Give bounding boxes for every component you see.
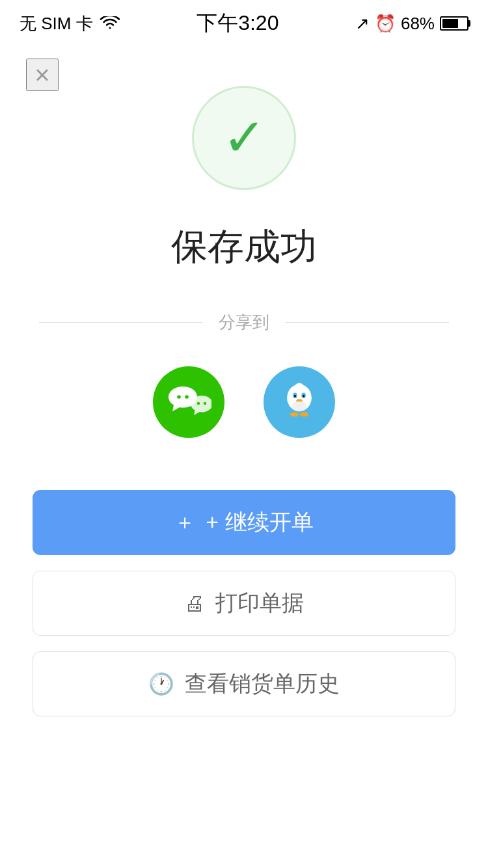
status-bar: 无 SIM 卡 下午3:20 ↗ ⏰ 68%	[0, 0, 488, 47]
svg-point-4	[204, 402, 206, 405]
svg-point-8	[294, 395, 296, 398]
continue-button[interactable]: ＋ + 继续开单	[33, 490, 455, 555]
wechat-icon	[166, 383, 211, 422]
qq-share-button[interactable]	[264, 366, 335, 438]
svg-point-3	[197, 402, 200, 405]
svg-point-13	[300, 413, 308, 417]
print-button[interactable]: 🖨 打印单据	[33, 571, 455, 636]
no-sim-text: 无 SIM 卡	[20, 12, 93, 35]
close-x-icon: ×	[34, 62, 49, 88]
divider-line-left	[39, 322, 203, 323]
print-label: 打印单据	[215, 588, 304, 618]
status-time: 下午3:20	[197, 9, 278, 38]
history-button[interactable]: 🕐 查看销货单历史	[33, 651, 455, 716]
wechat-share-button[interactable]	[153, 366, 224, 438]
success-title: 保存成功	[171, 223, 317, 272]
close-button[interactable]: ×	[26, 59, 59, 91]
share-divider-text: 分享到	[203, 311, 285, 334]
qq-icon	[281, 381, 318, 424]
action-buttons: ＋ + 继续开单 🖨 打印单据 🕐 查看销货单历史	[0, 490, 488, 716]
divider-line-right	[285, 322, 449, 323]
main-content: ✓ 保存成功 分享到	[0, 47, 488, 716]
checkmark-icon: ✓	[223, 112, 266, 164]
print-icon: 🖨	[184, 591, 205, 616]
share-divider: 分享到	[0, 311, 488, 334]
svg-point-11	[292, 401, 307, 411]
battery-pct: 68%	[401, 14, 435, 34]
wifi-icon	[100, 16, 120, 31]
history-label: 查看销货单历史	[185, 669, 340, 699]
success-circle: ✓	[192, 86, 296, 190]
svg-point-12	[290, 413, 299, 417]
status-right: ↗ ⏰ 68%	[355, 14, 468, 34]
svg-point-2	[185, 395, 189, 399]
share-row	[153, 366, 335, 438]
plus-icon: ＋	[174, 508, 195, 537]
svg-point-9	[303, 395, 305, 398]
continue-label: + 继续开单	[206, 508, 313, 537]
location-icon: ↗	[355, 14, 370, 34]
alarm-icon: ⏰	[375, 14, 396, 34]
battery-icon	[440, 16, 468, 31]
svg-point-14	[295, 383, 303, 389]
status-left: 无 SIM 卡	[20, 12, 120, 35]
clock-icon: 🕐	[148, 671, 174, 696]
svg-point-1	[177, 395, 181, 399]
